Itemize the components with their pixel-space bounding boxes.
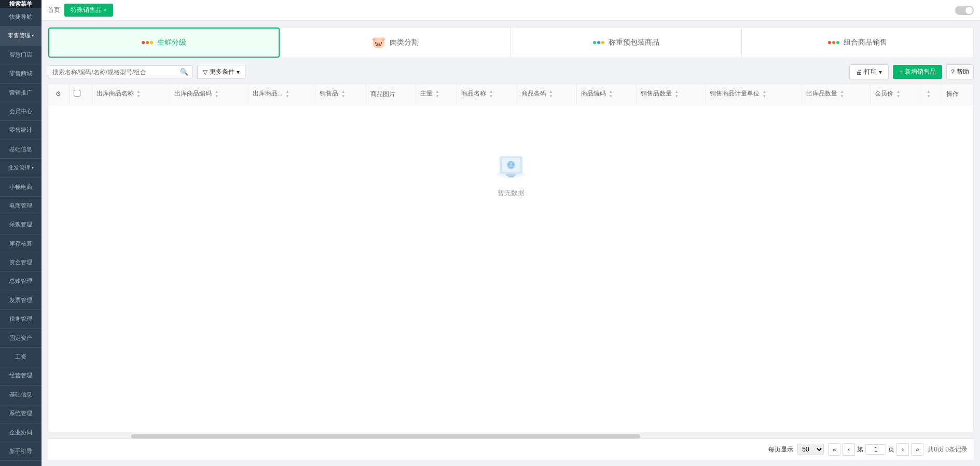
close-tab-icon[interactable]: ×	[104, 7, 107, 13]
sidebar-item-quick-nav[interactable]: 快捷导航	[0, 8, 42, 26]
scroll-thumb	[131, 434, 641, 438]
print-icon: 🖨	[856, 68, 862, 76]
col-sale-product[interactable]: 销售品 ▲▼	[315, 84, 366, 104]
sidebar-item-finance-mgmt[interactable]: 资金管理	[0, 253, 42, 272]
help-label: 帮助	[957, 67, 969, 76]
chevron-down-icon-wholesale: ▾	[32, 165, 34, 171]
sidebar-item-mini-ecommerce[interactable]: 小畅电商	[0, 178, 42, 197]
sidebar-item-promotion[interactable]: 营销推广	[0, 84, 42, 102]
sidebar-item-member-center[interactable]: 会员中心	[0, 102, 42, 121]
sidebar-item-newbie[interactable]: 新手引导	[0, 442, 42, 460]
tab-weight-prepack[interactable]: 称重预包装商品	[511, 28, 742, 58]
col-out-product-name[interactable]: 出库商品名称 ▲▼	[92, 84, 170, 104]
help-button[interactable]: ? 帮助	[946, 64, 974, 79]
main-area: 首页 特殊销售品 × 生鲜分级 🐷 肉类分割	[42, 0, 980, 466]
search-box[interactable]: 🔍	[48, 65, 193, 78]
col-main-weight[interactable]: 主量 ▲▼	[416, 84, 457, 104]
chevron-down-icon: ▾	[32, 33, 34, 38]
sidebar-item-salary[interactable]: 工资	[0, 348, 42, 366]
filter-arrow-icon: ▾	[237, 68, 240, 76]
svg-rect-6	[506, 174, 516, 176]
toolbar-left: 🔍 ▽ 更多条件 ▾	[48, 65, 245, 79]
content-wrapper: 生鲜分级 🐷 肉类分割 称重预包装商品	[42, 21, 980, 466]
per-page-select[interactable]: 10 20 50 100	[797, 444, 824, 455]
col-sale-qty[interactable]: 销售品数量 ▲▼	[636, 84, 705, 104]
first-page-button[interactable]: «	[828, 443, 840, 456]
print-label: 打印	[864, 67, 877, 76]
toggle-button[interactable]	[955, 6, 974, 15]
tab-meat-cutting[interactable]: 🐷 肉类分割	[280, 28, 511, 58]
sort-icon: ▲▼	[762, 89, 766, 99]
svg-point-4	[508, 163, 510, 166]
col-product-code[interactable]: 商品编码 ▲▼	[576, 84, 636, 104]
col-product-name[interactable]: 商品名称 ▲▼	[457, 84, 517, 104]
select-all-checkbox[interactable]	[74, 90, 80, 97]
sidebar-item-fixed-assets[interactable]: 固定资产	[0, 329, 42, 348]
sidebar-item-general-ledger[interactable]: 总账管理	[0, 272, 42, 291]
sort-icon: ▲▼	[896, 89, 901, 99]
sort-icon: ▲▼	[927, 89, 931, 99]
col-sale-unit[interactable]: 销售商品计量单位 ▲▼	[705, 84, 802, 104]
next-page-button[interactable]: ›	[896, 443, 909, 456]
sidebar-item-system-mgmt[interactable]: 系统管理	[0, 404, 42, 423]
col-member-price[interactable]: 会员价 ▲▼	[871, 84, 921, 104]
combo-icon	[828, 41, 839, 44]
print-button[interactable]: 🖨 打印 ▾	[849, 64, 889, 79]
sidebar-logo[interactable]: 搜索菜单	[0, 0, 42, 8]
sidebar-item-business-mgmt[interactable]: 经营管理	[0, 366, 42, 385]
help-icon: ?	[951, 68, 955, 76]
sidebar-item-retail-stats[interactable]: 零售统计	[0, 121, 42, 140]
sidebar-item-basic-info[interactable]: 基础信息	[0, 140, 42, 159]
sidebar-item-wholesale-mgmt[interactable]: 批发管理 ▾	[0, 159, 42, 177]
sidebar-item-retail-mgmt[interactable]: 零售管理 ▾	[0, 26, 42, 45]
col-out-product-code[interactable]: 出库商品编码 ▲▼	[170, 84, 248, 104]
pagination-info: 共0页 0条记录	[928, 445, 968, 454]
last-page-button[interactable]: »	[911, 443, 923, 456]
search-input[interactable]	[52, 68, 180, 76]
tab-label: 特殊销售品	[71, 6, 102, 15]
current-tab[interactable]: 特殊销售品 ×	[64, 4, 113, 17]
prev-page-button[interactable]: ‹	[843, 443, 855, 456]
sidebar-item-ecommerce-mgmt[interactable]: 电商管理	[0, 197, 42, 215]
filter-button[interactable]: ▽ 更多条件 ▾	[197, 65, 245, 79]
sidebar-item-tax-mgmt[interactable]: 税务管理	[0, 310, 42, 328]
col-out-product-spec[interactable]: 出库商品... ▲▼	[248, 84, 315, 104]
sidebar-item-inventory[interactable]: 库存核算	[0, 235, 42, 253]
tab-combo-sales-label: 组合商品销售	[844, 38, 887, 47]
sidebar-item-smart-store[interactable]: 智慧门店	[0, 46, 42, 64]
tab-weight-prepack-label: 称重预包装商品	[609, 38, 659, 47]
sidebar-item-purchase-mgmt[interactable]: 采购管理	[0, 215, 42, 234]
add-label: 新增销售品	[905, 67, 936, 76]
type-tabs: 生鲜分级 🐷 肉类分割 称重预包装商品	[48, 27, 974, 58]
tab-fresh-grading[interactable]: 生鲜分级	[48, 28, 280, 58]
empty-icon	[490, 146, 532, 182]
col-product-barcode[interactable]: 商品条码 ▲▼	[517, 84, 576, 104]
search-icon[interactable]: 🔍	[180, 68, 188, 76]
empty-text: 暂无数据	[498, 188, 524, 198]
page-label: 第	[857, 445, 863, 454]
sidebar-item-retail-mall[interactable]: 零售商城	[0, 64, 42, 83]
fresh-grading-icon	[142, 41, 153, 44]
svg-point-5	[512, 163, 514, 166]
filter-icon: ▽	[203, 68, 208, 76]
sidebar-item-invoice-mgmt[interactable]: 发票管理	[0, 291, 42, 310]
add-button[interactable]: + 新增销售品	[893, 65, 942, 79]
sort-icon: ▲▼	[341, 89, 346, 99]
tab-combo-sales[interactable]: 组合商品销售	[742, 28, 973, 58]
gear-icon[interactable]: ⚙	[0, 460, 42, 466]
sidebar-item-basic-info2[interactable]: 基础信息	[0, 386, 42, 404]
col-checkbox[interactable]	[69, 84, 92, 104]
home-link[interactable]: 首页	[48, 6, 60, 15]
toolbar-right: 🖨 打印 ▾ + 新增销售品 ? 帮助	[849, 64, 974, 79]
page-input[interactable]	[865, 444, 886, 455]
col-settings[interactable]: ⚙	[48, 84, 69, 104]
col-out-qty[interactable]: 出库品数量 ▲▼	[802, 84, 871, 104]
pagination-nav: « ‹ 第 页 › »	[828, 443, 923, 456]
horizontal-scrollbar[interactable]	[48, 434, 974, 438]
col-more[interactable]: ▲▼	[921, 84, 942, 104]
data-table: ⚙ 出库商品名称 ▲▼ 出库商品编码 ▲▼	[48, 84, 973, 104]
settings-icon: ⚙	[56, 90, 61, 98]
sidebar-item-enterprise[interactable]: 企业协同	[0, 423, 42, 442]
sort-icon: ▲▼	[435, 89, 439, 99]
add-icon: +	[899, 68, 903, 76]
